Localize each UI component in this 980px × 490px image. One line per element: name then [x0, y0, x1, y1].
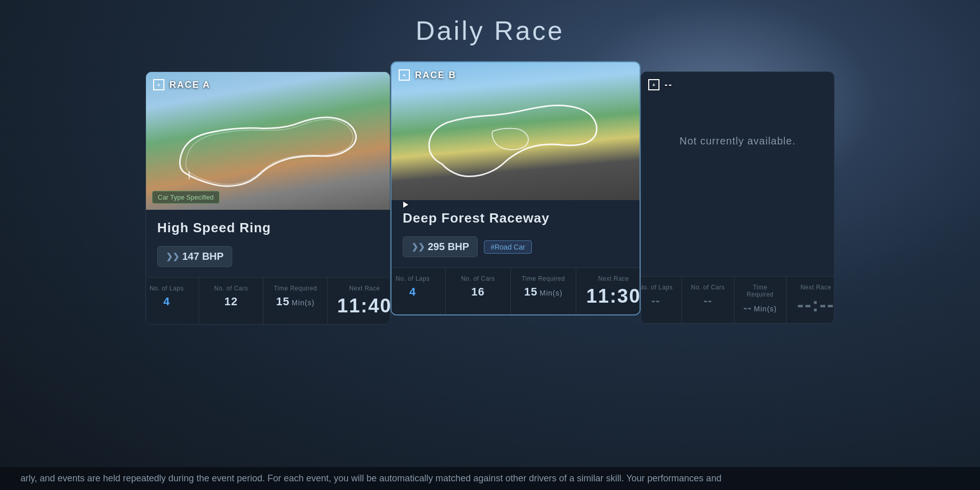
race-b-next-label: Next Race	[584, 275, 641, 282]
not-available-text: Not currently available.	[679, 135, 795, 147]
race-c-time-label: Time Required	[743, 284, 778, 298]
race-a-laps-value: 4	[145, 295, 190, 308]
race-a-next-label: Next Race	[336, 285, 390, 292]
bottom-ticker: arly, and events are held repeatedly dur…	[0, 467, 980, 490]
race-a-info: High Speed Ring ❯❯ 147 BHP	[146, 210, 390, 277]
page-title: Daily Race	[0, 0, 980, 46]
race-a-next-value: 11:40	[336, 295, 390, 317]
race-a-stats: No. of Laps 4 No. of Cars 12 Time Requir…	[145, 277, 390, 324]
race-a-time-value: 15Min(s)	[272, 295, 319, 308]
road-car-tag: #Road Car	[484, 240, 532, 254]
race-b-cars-group: No. of Cars 16	[446, 268, 511, 314]
race-b-next-value: 11:30	[584, 285, 641, 307]
race-b-badge: + RACE B	[399, 69, 456, 81]
race-b-cars-value: 16	[454, 285, 502, 299]
ticker-text: arly, and events are held repeatedly dur…	[0, 473, 980, 484]
race-a-bhp-container: ❯❯ 147 BHP	[157, 246, 379, 267]
race-b-time-label: Time Required	[519, 275, 568, 282]
cards-container: + RACE A Car Type Specified High Speed R…	[0, 46, 980, 403]
gt-icon-a: +	[153, 79, 164, 90]
race-a-cars-label: No. of Cars	[207, 285, 255, 292]
race-a-bhp: ❯❯ 147 BHP	[157, 246, 232, 267]
race-a-cars-value: 12	[207, 295, 255, 308]
race-a-badge: + RACE A	[153, 79, 210, 90]
race-b-laps-group: No. of Laps 4	[390, 268, 446, 314]
race-b-card[interactable]: + RACE B Deep Forest Raceway ❯❯ 295 BHP …	[390, 61, 641, 315]
race-a-next-group: Next Race 11:40	[328, 278, 390, 324]
race-b-bhp: ❯❯ 295 BHP	[403, 236, 478, 257]
race-c-image: + -- Not currently available.	[641, 72, 834, 210]
race-c-card[interactable]: + -- Not currently available. No. of Lap…	[641, 71, 835, 324]
race-b-bhp-container: ❯❯ 295 BHP #Road Car	[403, 236, 628, 257]
race-b-track-name: Deep Forest Raceway	[403, 210, 628, 226]
bhp-arrow-b: ❯❯	[411, 242, 425, 252]
race-c-next-label: Next Race	[795, 284, 835, 291]
race-c-laps-group: No. of Laps --	[641, 277, 682, 323]
race-c-cars-label: No. of Cars	[690, 284, 725, 291]
race-c-laps-label: No. of Laps	[641, 284, 673, 291]
race-a-time-group: Time Required 15Min(s)	[263, 278, 328, 324]
race-b-laps-label: No. of Laps	[390, 275, 437, 282]
race-c-cars-value: --	[690, 294, 725, 307]
race-a-image: + RACE A Car Type Specified	[146, 72, 390, 210]
gt-icon-b: +	[399, 69, 410, 81]
race-c-next-group: Next Race --:--	[787, 277, 835, 323]
race-b-laps-value: 4	[390, 285, 437, 299]
track-outline-a	[146, 72, 390, 210]
race-c-time-value: --Min(s)	[743, 301, 778, 314]
bhp-arrow-a: ❯❯	[166, 252, 179, 261]
race-a-laps-group: No. of Laps 4	[145, 278, 199, 324]
race-c-next-value: --:--	[795, 294, 835, 316]
car-type-tag-a: Car Type Specified	[152, 191, 219, 204]
race-b-stats: No. of Laps 4 No. of Cars 16 Time Requir…	[390, 267, 641, 314]
race-c-laps-value: --	[641, 294, 673, 307]
race-c-info	[641, 210, 834, 276]
race-b-next-group: Next Race 11:30	[576, 268, 641, 314]
gt-icon-c: +	[648, 79, 659, 90]
race-a-laps-label: No. of Laps	[145, 285, 190, 292]
race-c-badge: + --	[648, 79, 673, 90]
track-outline-b	[391, 62, 640, 200]
race-b-info: Deep Forest Raceway ❯❯ 295 BHP #Road Car	[391, 200, 640, 267]
race-c-stats: No. of Laps -- No. of Cars -- Time Requi…	[641, 276, 835, 323]
race-c-cars-group: No. of Cars --	[682, 277, 734, 323]
race-b-cars-label: No. of Cars	[454, 275, 502, 282]
race-a-track-name: High Speed Ring	[157, 220, 379, 236]
race-b-time-value: 15Min(s)	[519, 285, 568, 299]
race-a-card[interactable]: + RACE A Car Type Specified High Speed R…	[145, 71, 390, 325]
race-a-cars-group: No. of Cars 12	[199, 278, 263, 324]
race-a-time-label: Time Required	[272, 285, 319, 292]
race-c-time-group: Time Required --Min(s)	[734, 277, 787, 323]
race-b-time-group: Time Required 15Min(s)	[511, 268, 576, 314]
race-b-image: + RACE B	[391, 62, 640, 200]
